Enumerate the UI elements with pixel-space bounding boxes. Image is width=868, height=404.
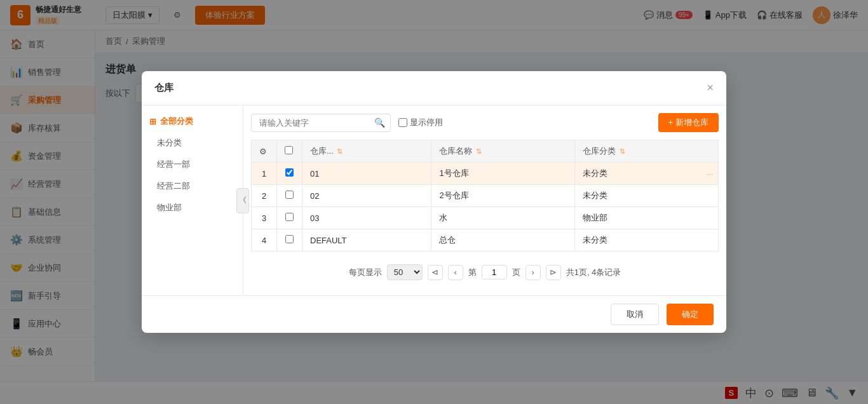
th-category[interactable]: 仓库分类 ⇅ bbox=[575, 140, 719, 163]
grid-icon: ⊞ bbox=[149, 117, 156, 126]
category-item-dept1[interactable]: 经营一部 bbox=[142, 154, 243, 175]
warehouse-table: ⚙ 仓库... ⇅ 仓库名称 ⇅ bbox=[251, 140, 719, 252]
search-icon[interactable]: 🔍 bbox=[374, 118, 385, 128]
row-no: 2 bbox=[252, 185, 277, 207]
row-more-icon[interactable]: ··· bbox=[706, 169, 713, 178]
category-item-property[interactable]: 物业部 bbox=[142, 197, 243, 219]
last-page-btn[interactable]: ⊳ bbox=[546, 265, 561, 280]
row-code: 03 bbox=[302, 207, 431, 229]
category-item-uncategorized[interactable]: 未分类 bbox=[142, 132, 243, 154]
row-no: 3 bbox=[252, 207, 277, 229]
search-input[interactable] bbox=[257, 114, 374, 131]
dialog-footer: 取消 确定 bbox=[142, 295, 726, 333]
row-code: DEFAULT bbox=[302, 229, 431, 252]
table-row[interactable]: 3 03 水 物业部 bbox=[252, 207, 719, 229]
confirm-button[interactable]: 确定 bbox=[667, 304, 714, 325]
collapse-panel-btn[interactable]: 《 bbox=[236, 188, 249, 213]
row-checkbox[interactable] bbox=[277, 229, 302, 252]
table-row[interactable]: 4 DEFAULT 总仓 未分类 bbox=[252, 229, 719, 252]
select-all-checkbox[interactable] bbox=[285, 146, 293, 154]
sort-icon-category: ⇅ bbox=[620, 147, 625, 155]
row-category: 未分类 ··· bbox=[575, 163, 719, 185]
sort-icon-code: ⇅ bbox=[337, 147, 342, 155]
table-panel: 🔍 显示停用 + 新增仓库 ⚙ bbox=[243, 105, 726, 295]
warehouse-dialog: 仓库 × ⊞ 全部分类 未分类 经营一部 经营二部 物业部 《 bbox=[142, 71, 726, 333]
row-code: 02 bbox=[302, 185, 431, 207]
show-disabled-toggle[interactable]: 显示停用 bbox=[398, 117, 443, 128]
table-row[interactable]: 1 01 1号仓库 未分类 ··· bbox=[252, 163, 719, 185]
all-category-item[interactable]: ⊞ 全部分类 bbox=[142, 111, 243, 132]
row-category: 未分类 bbox=[575, 229, 719, 252]
th-name[interactable]: 仓库名称 ⇅ bbox=[431, 140, 575, 163]
first-page-btn[interactable]: ⊲ bbox=[428, 265, 443, 280]
th-gear[interactable]: ⚙ bbox=[252, 140, 277, 163]
per-page-select[interactable]: 50 10 20 100 bbox=[387, 264, 423, 280]
page-label-pre: 第 bbox=[468, 267, 477, 278]
table-header-row: ⚙ 仓库... ⇅ 仓库名称 ⇅ bbox=[252, 140, 719, 163]
row-no: 4 bbox=[252, 229, 277, 252]
category-panel: ⊞ 全部分类 未分类 经营一部 经营二部 物业部 《 bbox=[142, 105, 243, 295]
dialog-title: 仓库 bbox=[154, 82, 173, 94]
row-name: 1号仓库 bbox=[431, 163, 575, 185]
th-code[interactable]: 仓库... ⇅ bbox=[302, 140, 431, 163]
th-checkbox bbox=[277, 140, 302, 163]
table-wrapper: ⚙ 仓库... ⇅ 仓库名称 ⇅ bbox=[251, 140, 719, 252]
dialog-close-btn[interactable]: × bbox=[707, 81, 714, 95]
table-row[interactable]: 2 02 2号仓库 未分类 bbox=[252, 185, 719, 207]
category-item-dept2[interactable]: 经营二部 bbox=[142, 175, 243, 197]
dialog-body: ⊞ 全部分类 未分类 经营一部 经营二部 物业部 《 🔍 bbox=[142, 105, 726, 295]
add-warehouse-btn[interactable]: + 新增仓库 bbox=[658, 113, 719, 132]
row-checkbox[interactable] bbox=[277, 163, 302, 185]
row-code: 01 bbox=[302, 163, 431, 185]
sort-icon-name: ⇅ bbox=[476, 147, 482, 155]
show-disabled-checkbox[interactable] bbox=[398, 118, 407, 127]
next-page-btn[interactable]: › bbox=[526, 265, 541, 280]
pagination: 每页显示 50 10 20 100 ⊲ ‹ 第 1 页 › ⊳ 共1页, 4条记… bbox=[251, 257, 719, 288]
row-no: 1 bbox=[252, 163, 277, 185]
row-category: 物业部 bbox=[575, 207, 719, 229]
dialog-header: 仓库 × bbox=[142, 71, 726, 105]
row-name: 总仓 bbox=[431, 229, 575, 252]
table-toolbar: 🔍 显示停用 + 新增仓库 bbox=[251, 113, 719, 132]
row-name: 2号仓库 bbox=[431, 185, 575, 207]
page-input[interactable]: 1 bbox=[482, 265, 507, 279]
search-box: 🔍 bbox=[251, 114, 391, 132]
row-category: 未分类 bbox=[575, 185, 719, 207]
row-checkbox[interactable] bbox=[277, 207, 302, 229]
row-checkbox[interactable] bbox=[277, 185, 302, 207]
cancel-button[interactable]: 取消 bbox=[611, 304, 659, 325]
row-name: 水 bbox=[431, 207, 575, 229]
modal-overlay: 仓库 × ⊞ 全部分类 未分类 经营一部 经营二部 物业部 《 bbox=[0, 0, 868, 404]
prev-page-btn[interactable]: ‹ bbox=[448, 265, 463, 280]
